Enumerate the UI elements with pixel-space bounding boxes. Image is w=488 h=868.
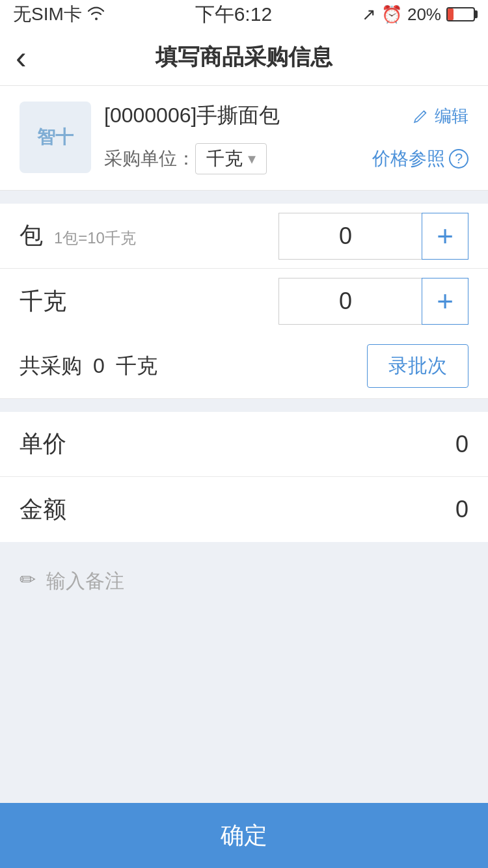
bag-sublabel: 1包=10千克 <box>54 229 136 247</box>
unit-label: 采购单位： <box>104 146 195 171</box>
section-divider-2 <box>0 399 488 412</box>
product-image: 智十 <box>20 102 91 173</box>
time-display: 下午6:12 <box>195 1 272 28</box>
confirm-button[interactable]: 确定 <box>0 803 488 868</box>
amount-row: 金额 0 <box>0 477 488 542</box>
notes-placeholder: 输入备注 <box>46 568 124 595</box>
bag-label-group: 包 1包=10千克 <box>20 220 136 252</box>
product-card: 智十 [0000006]手撕面包 编辑 采购单位： 千克 ▾ <box>0 86 488 191</box>
amount-label: 金额 <box>20 494 66 526</box>
bag-quantity-input[interactable] <box>278 213 422 260</box>
edit-button[interactable]: 编辑 <box>413 105 468 128</box>
product-info: [0000006]手撕面包 编辑 采购单位： 千克 ▾ 价格参照 ? <box>104 102 468 174</box>
alarm-icon: ⏰ <box>381 5 402 25</box>
product-name: [0000006]手撕面包 <box>104 102 280 130</box>
location-icon: ↗ <box>362 5 376 25</box>
record-batch-button[interactable]: 录批次 <box>367 344 468 388</box>
status-right: ↗ ⏰ 20% <box>362 5 475 25</box>
unit-price-row: 单价 0 <box>0 412 488 477</box>
price-ref-button[interactable]: 价格参照 ? <box>372 146 468 171</box>
section-divider-1 <box>0 191 488 204</box>
notes-section[interactable]: ✏ 输入备注 <box>0 549 488 627</box>
bag-plus-button[interactable]: + <box>422 213 468 260</box>
back-button[interactable]: ‹ <box>16 38 27 76</box>
bag-row: 包 1包=10千克 + <box>0 204 488 269</box>
wifi-icon <box>87 4 105 25</box>
section-divider-3 <box>0 542 488 549</box>
unit-price-label: 单价 <box>20 428 66 460</box>
product-name-row: [0000006]手撕面包 编辑 <box>104 102 468 130</box>
bag-label: 包 <box>20 222 43 249</box>
battery-indicator <box>446 7 475 21</box>
dropdown-icon: ▾ <box>248 150 256 168</box>
bag-quantity-input-group: + <box>278 213 468 260</box>
amount-value: 0 <box>455 496 468 523</box>
kg-quantity-input[interactable] <box>278 278 422 325</box>
unit-price-value: 0 <box>455 431 468 458</box>
page-title: 填写商品采购信息 <box>156 42 332 72</box>
price-ref-icon: ? <box>449 149 468 169</box>
unit-row: 采购单位： 千克 ▾ 价格参照 ? <box>104 143 468 174</box>
kg-quantity-input-group: + <box>278 278 468 325</box>
status-bar: 无SIM卡 下午6:12 ↗ ⏰ 20% <box>0 0 488 29</box>
pencil-icon: ✏ <box>20 568 36 591</box>
status-left: 无SIM卡 <box>13 2 105 27</box>
summary-row: 共采购 0 千克 录批次 <box>0 334 488 399</box>
confirm-button-label: 确定 <box>221 820 267 852</box>
kg-label: 千克 <box>20 286 66 318</box>
kg-row: 千克 + <box>0 269 488 334</box>
carrier-text: 无SIM卡 <box>13 2 82 27</box>
quantity-section: 包 1包=10千克 + 千克 + <box>0 204 488 334</box>
battery-percent: 20% <box>407 5 441 25</box>
unit-select[interactable]: 千克 ▾ <box>195 143 267 174</box>
summary-label: 共采购 0 千克 <box>20 352 157 381</box>
kg-plus-button[interactable]: + <box>422 278 468 325</box>
nav-bar: ‹ 填写商品采购信息 <box>0 29 488 86</box>
price-section: 单价 0 金额 0 <box>0 412 488 542</box>
